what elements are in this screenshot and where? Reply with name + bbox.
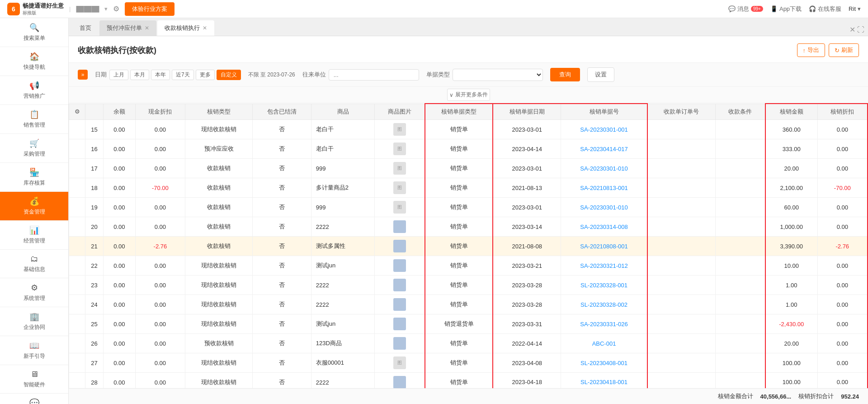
- cell-included-settled: 否: [253, 159, 311, 178]
- cell-checkbox[interactable]: [69, 314, 85, 334]
- app-download[interactable]: 📱 App下载: [770, 5, 802, 13]
- expand-more-btn[interactable]: ∨ 展开更多条件: [447, 89, 490, 101]
- filter-expand-btn[interactable]: »: [78, 70, 88, 80]
- table-row: 21 0.00 -2.76 收款核销 否 测试多属性 销货单 2021-08-0…: [69, 237, 868, 256]
- sidebar-item-guide[interactable]: 📖 新手引导: [0, 336, 68, 365]
- col-gear[interactable]: ⚙: [69, 104, 85, 120]
- cell-checkbox[interactable]: [69, 159, 85, 178]
- cell-cancel-discount: 0.00: [817, 256, 868, 276]
- sidebar-item-sales[interactable]: 📋 销售管理: [0, 105, 68, 134]
- settings-icon[interactable]: ⚙: [113, 5, 119, 13]
- cell-receipt-order-no: [647, 276, 715, 295]
- table-row: 28 0.00 0.00 现结收款核销 否 2222 销货单 2023-04-1…: [69, 373, 868, 389]
- cell-cash-discount: 0.00: [135, 139, 185, 159]
- date-label: 日期: [95, 71, 107, 79]
- cell-checkbox[interactable]: [69, 256, 85, 276]
- sidebar-item-basic-info[interactable]: 🗂 基础信息: [0, 250, 68, 278]
- cell-cash-discount: 0.00: [135, 353, 185, 373]
- date-btn-this-month[interactable]: 本月: [130, 70, 149, 80]
- user-area[interactable]: Rit ▾: [849, 5, 861, 12]
- sidebar-item-smart-hw[interactable]: 🖥 智能硬件: [0, 365, 68, 394]
- sidebar-item-operations[interactable]: 📊 经营管理: [0, 221, 68, 250]
- cell-checkbox[interactable]: [69, 295, 85, 314]
- cell-cancel-type: 现结收款核销: [185, 314, 252, 334]
- date-btn-custom[interactable]: 自定义: [217, 70, 241, 80]
- sidebar-item-marketing[interactable]: 📢 营销推广: [0, 76, 68, 105]
- cell-product-img: [375, 334, 425, 353]
- cell-cancel-voucher-type: 销货单: [425, 256, 493, 276]
- cell-cancel-type: 现结收款核销: [185, 256, 252, 276]
- cell-checkbox[interactable]: [69, 353, 85, 373]
- cell-checkbox[interactable]: [69, 198, 85, 217]
- date-btn-more[interactable]: 更多: [196, 70, 215, 80]
- logo-area: 6 畅捷通谱好生意 标推版: [7, 2, 64, 16]
- sidebar-item-quick-nav[interactable]: 🏠 快捷导航: [0, 47, 68, 76]
- cell-receipt-condition: [715, 139, 765, 159]
- cell-cash-discount: 0.00: [135, 295, 185, 314]
- cell-seq: 21: [85, 237, 104, 256]
- sales-icon: 📋: [29, 109, 39, 119]
- cell-checkbox[interactable]: [69, 276, 85, 295]
- cell-included-settled: 否: [253, 120, 311, 139]
- cell-checkbox[interactable]: [69, 217, 85, 237]
- sidebar-item-inventory[interactable]: 🏪 库存核算: [0, 163, 68, 192]
- tab-receipt-cancel[interactable]: 收款核销执行 ✕: [157, 20, 214, 36]
- notifications[interactable]: 💬 消息 99+: [728, 5, 763, 13]
- cell-checkbox[interactable]: [69, 139, 85, 159]
- date-btn-7days[interactable]: 近7天: [172, 70, 194, 80]
- refresh-icon: ↻: [835, 47, 840, 54]
- online-service[interactable]: 🎧 在线客服: [809, 5, 841, 13]
- cell-balance: 0.00: [104, 353, 136, 373]
- date-btn-this-year[interactable]: 本年: [151, 70, 170, 80]
- dropdown-icon[interactable]: ▾: [104, 5, 108, 12]
- settings-btn[interactable]: 设置: [587, 67, 614, 82]
- cell-checkbox[interactable]: [69, 373, 85, 389]
- sidebar-item-finance[interactable]: 💰 资金管理: [0, 192, 68, 221]
- gear-icon[interactable]: ⚙: [75, 108, 80, 115]
- sidebar-item-wechat[interactable]: 💬 企业微信: [0, 394, 68, 404]
- cell-included-settled: 否: [253, 256, 311, 276]
- query-btn[interactable]: 查询: [550, 68, 580, 81]
- cell-checkbox[interactable]: [69, 120, 85, 139]
- maximize-tab-icon[interactable]: ⛶: [857, 26, 864, 34]
- table-row: 18 0.00 -70.00 收款核销 否 多计量商品2 图 销货单 2021-…: [69, 178, 868, 198]
- close-tab-icon[interactable]: ✕: [849, 25, 855, 34]
- cell-cancel-voucher-no: SA-20210813-001: [561, 178, 648, 198]
- cell-cancel-amount: 10.00: [765, 256, 817, 276]
- cell-cancel-voucher-date: 2022-04-14: [493, 334, 561, 353]
- top-bar: 6 畅捷通谱好生意 标推版 | ██████ ▾ ⚙ 体验行业方案 💬 消息 9…: [0, 0, 868, 18]
- cell-product-img: [375, 256, 425, 276]
- sidebar-item-enterprise[interactable]: 🏢 企业协同: [0, 307, 68, 336]
- tab-home[interactable]: 首页: [72, 20, 99, 36]
- tab-receipt-cancel-close[interactable]: ✕: [203, 25, 207, 31]
- export-btn[interactable]: ↑ 导出: [797, 43, 826, 57]
- cell-balance: 0.00: [104, 373, 136, 389]
- main-content: 首页 预付冲应付单 ✕ 收款核销执行 ✕ ✕ ⛶ 收款核销执行(按收款) ↑: [69, 18, 868, 404]
- sidebar-item-search-menu[interactable]: 🔍 搜索菜单: [0, 18, 68, 47]
- cell-checkbox[interactable]: [69, 237, 85, 256]
- voucher-type-select[interactable]: [453, 69, 543, 81]
- cell-cancel-voucher-date: 2023-04-14: [493, 139, 561, 159]
- partner-input[interactable]: [329, 69, 419, 81]
- cell-receipt-condition: [715, 295, 765, 314]
- cell-cancel-voucher-no: SA-20230301-010: [561, 198, 648, 217]
- cell-checkbox[interactable]: [69, 178, 85, 198]
- cell-receipt-order-no: [647, 295, 715, 314]
- cell-product: 999: [311, 159, 375, 178]
- tab-prepay[interactable]: 预付冲应付单 ✕: [99, 20, 156, 36]
- cell-seq: 17: [85, 159, 104, 178]
- date-btn-last-month[interactable]: 上月: [109, 70, 128, 80]
- tab-prepay-close[interactable]: ✕: [145, 25, 149, 31]
- sidebar-item-purchase[interactable]: 🛒 采购管理: [0, 134, 68, 163]
- sidebar-item-system[interactable]: ⚙ 系统管理: [0, 278, 68, 307]
- cell-seq: 28: [85, 373, 104, 389]
- cell-product-img: 图: [375, 178, 425, 198]
- date-range-text: 不限 至 2023-07-26: [248, 71, 295, 79]
- industry-btn[interactable]: 体验行业方案: [125, 2, 175, 16]
- cell-cancel-voucher-no: ABC-001: [561, 334, 648, 353]
- col-included-settled: 包含已结清: [253, 104, 311, 120]
- cell-checkbox[interactable]: [69, 334, 85, 353]
- refresh-btn[interactable]: ↻ 刷新: [829, 43, 859, 57]
- tab-prepay-label: 预付冲应付单: [107, 24, 142, 32]
- inventory-icon: 🏪: [29, 167, 39, 177]
